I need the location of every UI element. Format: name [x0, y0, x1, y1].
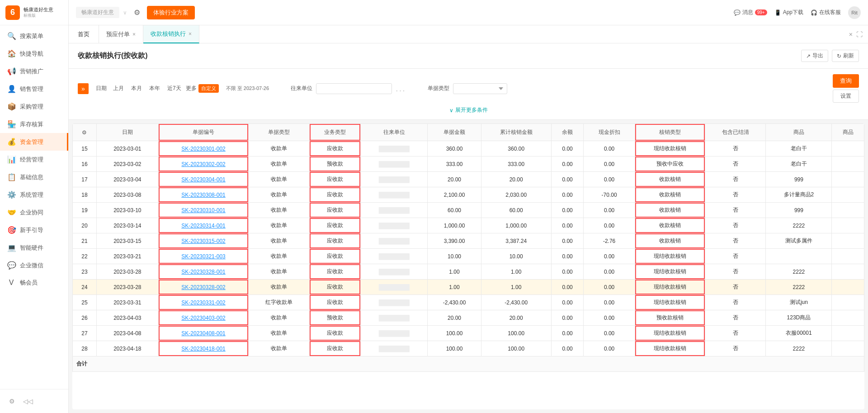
sidebar-item-marketing[interactable]: 📢营销推广	[0, 62, 68, 80]
order-no-link[interactable]: SK-20230403-002	[181, 315, 225, 321]
order-no-link[interactable]: SK-20230328-002	[181, 284, 225, 290]
th-biz-type: 业务类型	[309, 124, 360, 141]
tab-close-all-btn[interactable]: ×	[849, 31, 853, 38]
sidebar-item-quicknav[interactable]: 🏠快捷导航	[0, 45, 68, 62]
order-no-link[interactable]: SK-20230310-001	[181, 207, 225, 214]
order-no-link[interactable]: SK-20230304-001	[181, 176, 225, 183]
cell-include-settled: 否	[705, 326, 766, 341]
date-btn-this-year[interactable]: 本年	[146, 83, 163, 94]
cell-amount: 360.00	[428, 141, 481, 157]
filter-row: » 日期 上月 本月 本年 近7天 更多 自定义 不限 至 2023-07-26	[78, 74, 859, 103]
cell-partner: ████████	[361, 141, 428, 157]
sidebar-item-purchase[interactable]: 📦采购管理	[0, 98, 68, 115]
order-no-link[interactable]: SK-20230301-002	[181, 146, 225, 152]
cell-partner: ████████	[361, 218, 428, 233]
filter-expand-btn[interactable]: »	[78, 83, 89, 94]
cell-cancel-type: 现结收款核销	[635, 141, 705, 157]
date-btn-7days[interactable]: 近7天	[165, 83, 184, 94]
sidebar-item-corp[interactable]: 🤝企业协同	[0, 204, 68, 221]
tab-home[interactable]: 首页	[69, 25, 99, 43]
sidebar-icon-search: 🔍	[7, 32, 15, 40]
cell-date: 2023-03-28	[96, 280, 158, 295]
tab-receivable-close[interactable]: ×	[132, 31, 136, 38]
order-type-select[interactable]	[453, 83, 507, 94]
cell-amount: 100.00	[428, 326, 481, 341]
table-row: 21 2023-03-15 SK-20230315-002 收款单 应收款 ██…	[73, 233, 864, 249]
sidebar-item-inventory[interactable]: 🏪库存核算	[0, 115, 68, 133]
sidebar-label-purchase: 采购管理	[20, 103, 43, 111]
export-btn[interactable]: ↗ 导出	[801, 50, 828, 62]
sidebar-item-operation[interactable]: 📊经营管理	[0, 151, 68, 168]
message-icon: 💬	[734, 9, 741, 16]
date-btn-more[interactable]: 更多	[186, 85, 197, 92]
date-btn-custom[interactable]: 自定义	[198, 84, 219, 93]
tab-receivable[interactable]: 预应付单 ×	[99, 25, 143, 43]
order-no-link[interactable]: SK-20230418-001	[181, 346, 225, 352]
app-download-btn[interactable]: 📱 App下载	[774, 9, 803, 16]
filter-settings-btn[interactable]: 设置	[833, 90, 859, 103]
sidebar-collapse-btn[interactable]: ◁◁	[22, 395, 34, 408]
sidebar-icon-member: V	[7, 279, 15, 287]
filter-date-item: 日期 上月 本月 本年 近7天 更多 自定义	[96, 83, 219, 94]
order-no-link[interactable]: SK-20230331-002	[181, 299, 225, 306]
sidebar-item-member[interactable]: V畅会员	[0, 274, 68, 291]
header-gear-btn[interactable]: ⚙	[131, 6, 143, 19]
order-no-link[interactable]: SK-20230321-003	[181, 253, 225, 260]
cell-product: 多计量商品2	[766, 187, 832, 203]
cell-partner: ████████	[361, 203, 428, 218]
cell-product2	[832, 310, 864, 326]
sidebar-item-sales[interactable]: 👤销售管理	[0, 80, 68, 98]
tab-collection[interactable]: 收款核销执行 ×	[143, 25, 199, 43]
sidebar-item-basic[interactable]: 📋基础信息	[0, 168, 68, 186]
messages-btn[interactable]: 💬 消息 99+	[734, 9, 767, 16]
sidebar-label-search: 搜索菜单	[20, 32, 43, 40]
order-no-link[interactable]: SK-20230302-002	[181, 161, 225, 167]
solution-btn[interactable]: 体验行业方案	[147, 6, 195, 19]
sidebar-item-search[interactable]: 🔍搜索菜单	[0, 27, 68, 45]
refresh-label: 刷新	[843, 52, 854, 60]
sidebar-settings-btn[interactable]: ⚙	[5, 395, 18, 408]
cell-partner: ████████	[361, 264, 428, 280]
cell-amount: 60.00	[428, 203, 481, 218]
cell-cash-discount: -70.00	[584, 187, 635, 203]
cell-product2	[832, 187, 864, 203]
tab-expand-btn[interactable]: ⛶	[856, 31, 863, 38]
th-cancel-type: 核销类型	[635, 124, 705, 141]
sidebar-item-system[interactable]: ⚙️系统管理	[0, 186, 68, 204]
cell-product: 衣服00001	[766, 326, 832, 341]
tab-collection-close[interactable]: ×	[189, 31, 192, 37]
refresh-btn[interactable]: ↻ 刷新	[832, 50, 859, 62]
cell-balance: 0.00	[551, 264, 584, 280]
order-no-link[interactable]: SK-20230308-001	[181, 192, 225, 198]
cell-no: 17	[73, 172, 97, 187]
online-service-btn[interactable]: 🎧 在线客服	[811, 9, 841, 16]
cell-biz-type: 应收款	[309, 341, 360, 356]
cell-biz-type: 预收款	[309, 157, 360, 172]
sidebar-item-finance[interactable]: 💰资金管理	[0, 133, 68, 151]
cell-order-no: SK-20230315-002	[158, 233, 249, 249]
order-no-link[interactable]: SK-20230328-001	[181, 269, 225, 275]
th-settings[interactable]: ⚙	[73, 124, 97, 141]
partner-input[interactable]	[316, 83, 392, 94]
user-avatar[interactable]: Rit	[848, 6, 861, 19]
table-area: ⚙ 日期 单据编号 单据类型 业务类型 往来单位 单据金额 累计核销金额 余额 …	[72, 123, 864, 409]
query-btn[interactable]: 查询	[833, 74, 859, 88]
date-btn-this-month[interactable]: 本月	[128, 83, 145, 94]
order-no-link[interactable]: SK-20230408-001	[181, 330, 225, 337]
expand-conditions-btn[interactable]: ∨ 展开更多条件	[78, 106, 859, 114]
order-no-link[interactable]: SK-20230314-001	[181, 223, 225, 229]
sidebar-item-hardware[interactable]: 💻智能硬件	[0, 239, 68, 256]
expand-chevron-icon: ∨	[449, 107, 453, 114]
sidebar-item-newbie[interactable]: 🎯新手引导	[0, 221, 68, 239]
sidebar-item-wechat[interactable]: 💬企业微信	[0, 256, 68, 274]
cell-balance: 0.00	[551, 326, 584, 341]
date-btn-prev-month[interactable]: 上月	[110, 83, 127, 94]
cell-cancel-type: 现结收款核销	[635, 264, 705, 280]
cell-cancel-type: 收款核销	[635, 218, 705, 233]
order-no-link[interactable]: SK-20230315-002	[181, 238, 225, 244]
cell-product2	[832, 264, 864, 280]
cell-cancel-type: 收款核销	[635, 172, 705, 187]
partner-label: 往来单位	[291, 85, 312, 92]
date-range-display: 不限 至 2023-07-26	[226, 85, 269, 92]
cell-amount: 100.00	[428, 341, 481, 356]
